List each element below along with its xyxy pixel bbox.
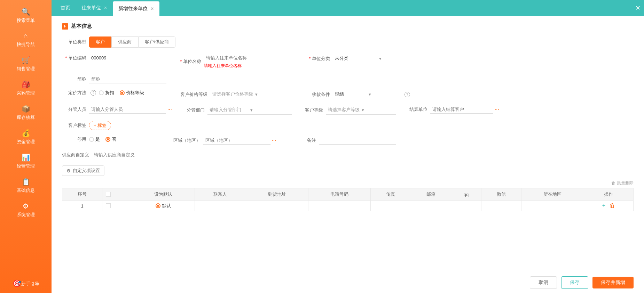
form-content: F 基本信息 单位类型 客户 供应商 客户/供应商 单位编码 xyxy=(52,16,644,272)
unit-name-input[interactable] xyxy=(204,54,295,62)
department-select[interactable]: 请输入分管部门 ▾ xyxy=(207,105,292,115)
custom-settings-button[interactable]: ⚙ 自定义项设置 xyxy=(62,165,104,176)
finance-icon: 💰 xyxy=(22,129,30,137)
tab-new-unit-close[interactable]: ✕ xyxy=(150,6,154,11)
row-default-cell: 默认 xyxy=(132,201,195,211)
pricing-radio-discount[interactable]: 折扣 xyxy=(99,90,114,96)
row-add-btn[interactable]: + xyxy=(602,203,605,209)
sidebar-item-inventory[interactable]: 📦 库存核算 xyxy=(0,100,52,125)
tab-new-unit-label: 新增往来单位 xyxy=(118,6,148,12)
payment-terms-select[interactable]: 现结 ▾ xyxy=(333,90,403,99)
inventory-icon: 📦 xyxy=(22,105,30,113)
unit-name-label: 单位名称 xyxy=(177,58,201,65)
sidebar-item-label: 系统管理 xyxy=(17,212,35,218)
th-checkbox xyxy=(102,188,132,201)
unit-category-select[interactable]: 未分类 ▾ xyxy=(333,54,424,63)
row-default-radio-circle xyxy=(156,203,160,208)
customer-level-select[interactable]: 请选择客户等级 ▾ xyxy=(326,105,396,115)
disabled-radio-no-circle xyxy=(105,137,110,142)
customer-price-level-label: 客户价格等级 xyxy=(180,91,207,98)
sidebar-item-guide[interactable]: 🎯 新手引导 xyxy=(0,275,52,293)
disabled-field: 停用 是 否 xyxy=(62,136,159,143)
tag-field: 客户标签 + 标签 xyxy=(62,121,634,130)
sidebar-item-label: 基础信息 xyxy=(17,187,35,194)
abbreviation-row: 简称 xyxy=(62,75,634,83)
row-fax xyxy=(371,201,411,211)
settlement-field: 结算单位 ··· xyxy=(403,105,501,114)
sidebar-item-finance[interactable]: 💰 资金管理 xyxy=(0,125,52,149)
row-email xyxy=(411,201,451,211)
section-title-text: 基本信息 xyxy=(71,23,92,30)
manager-input[interactable] xyxy=(89,105,166,114)
unit-type-btn-supplier[interactable]: 供应商 xyxy=(111,36,138,48)
row-wechat xyxy=(481,201,521,211)
unit-code-field: 单位编码 xyxy=(62,54,166,62)
payment-terms-help-icon[interactable]: ? xyxy=(405,92,410,97)
save-add-button[interactable]: 保存并新增 xyxy=(592,277,634,288)
sales-icon: 🛒 xyxy=(22,56,30,64)
settlement-dots-btn[interactable]: ··· xyxy=(493,106,501,113)
pricing-radio-discount-label: 折扣 xyxy=(105,90,114,96)
manager-label: 分管人员 xyxy=(62,106,86,113)
abbreviation-input[interactable] xyxy=(89,75,166,83)
table-row: 1 默认 xyxy=(62,201,634,211)
customer-price-level-placeholder: 请选择客户价格等级 xyxy=(212,91,254,97)
th-contact: 联系人 xyxy=(195,188,246,201)
customer-level-label: 客户等级 xyxy=(299,107,323,113)
save-button[interactable]: 保存 xyxy=(561,276,588,289)
sidebar-item-label: 采购管理 xyxy=(17,90,35,96)
main-area: 首页 往来单位 ✕ 新增往来单位 ✕ ✕ F 基本信息 单位类型 客户 xyxy=(52,0,644,293)
row-qq xyxy=(451,201,481,211)
disabled-row: 停用 是 否 区域（地区） xyxy=(62,136,634,145)
sidebar-item-operation[interactable]: 📊 经营管理 xyxy=(0,149,52,173)
supplier-custom-input[interactable] xyxy=(92,151,166,159)
pricing-radio-level[interactable]: 价格等级 xyxy=(120,90,144,96)
purchase-icon: 🎒 xyxy=(22,80,30,89)
disabled-radio-no-label: 否 xyxy=(112,136,116,143)
region-dots-btn[interactable]: ··· xyxy=(270,137,278,144)
th-default: 设为默认 xyxy=(132,188,195,201)
tab-new-unit[interactable]: 新增往来单位 ✕ xyxy=(113,1,159,16)
payment-terms-arrow: ▾ xyxy=(369,92,401,97)
basic-icon: 📋 xyxy=(22,178,30,186)
disabled-radio-no[interactable]: 否 xyxy=(105,136,116,143)
unit-type-btn-customer[interactable]: 客户 xyxy=(89,36,111,48)
form-footer: 取消 保存 保存并新增 xyxy=(52,272,644,293)
add-tag-button[interactable]: + 标签 xyxy=(89,121,111,130)
row-default-radio[interactable]: 默认 xyxy=(136,203,191,209)
row-delete-btn[interactable]: 🗑 xyxy=(610,203,615,209)
unit-type-btn-both[interactable]: 客户/供应商 xyxy=(138,36,175,48)
row-region xyxy=(521,201,584,211)
manager-dots-btn[interactable]: ··· xyxy=(166,106,173,113)
pricing-help-icon[interactable]: ? xyxy=(91,90,96,96)
row-checkbox[interactable] xyxy=(106,203,111,208)
code-name-category-row: 单位编码 单位名称 请输入往来单位名称 单位分类 未分类 ▾ xyxy=(62,54,634,69)
region-label: 区域（地区） xyxy=(173,137,201,144)
unit-code-label: 单位编码 xyxy=(62,55,86,61)
sidebar-item-purchase[interactable]: 🎒 采购管理 xyxy=(0,76,52,100)
notes-label: 备注 xyxy=(292,137,316,144)
disabled-radio-yes[interactable]: 是 xyxy=(89,136,100,143)
unit-code-input[interactable] xyxy=(89,54,166,62)
department-label: 分管部门 xyxy=(180,107,205,113)
tab-home[interactable]: 首页 xyxy=(55,0,76,16)
sidebar-item-label: 库存核算 xyxy=(17,114,35,121)
sidebar-item-basic[interactable]: 📋 基础信息 xyxy=(0,173,52,198)
select-all-checkbox[interactable] xyxy=(106,192,111,197)
customer-price-level-select[interactable]: 请选择客户价格等级 ▾ xyxy=(210,90,299,99)
sidebar-item-quicknav[interactable]: ⌂ 快捷导航 xyxy=(0,28,52,52)
department-field: 分管部门 请输入分管部门 ▾ xyxy=(180,105,292,115)
sidebar-item-search[interactable]: 🔍 搜索菜单 xyxy=(0,3,52,28)
sidebar-item-sales[interactable]: 🛒 销售管理 xyxy=(0,52,52,76)
tab-units-close[interactable]: ✕ xyxy=(104,6,107,10)
cancel-button[interactable]: 取消 xyxy=(530,276,557,289)
abbreviation-field: 简称 xyxy=(62,75,166,83)
batch-delete-label[interactable]: 批量删除 xyxy=(617,180,634,186)
home-icon: ⌂ xyxy=(24,32,28,40)
region-input[interactable] xyxy=(203,136,270,145)
tab-units[interactable]: 往来单位 ✕ xyxy=(76,0,113,16)
tab-bar-close-all[interactable]: ✕ xyxy=(635,4,641,12)
settlement-input[interactable] xyxy=(430,105,493,114)
notes-input[interactable] xyxy=(319,136,396,145)
sidebar-item-system[interactable]: ⚙ 系统管理 xyxy=(0,198,52,222)
